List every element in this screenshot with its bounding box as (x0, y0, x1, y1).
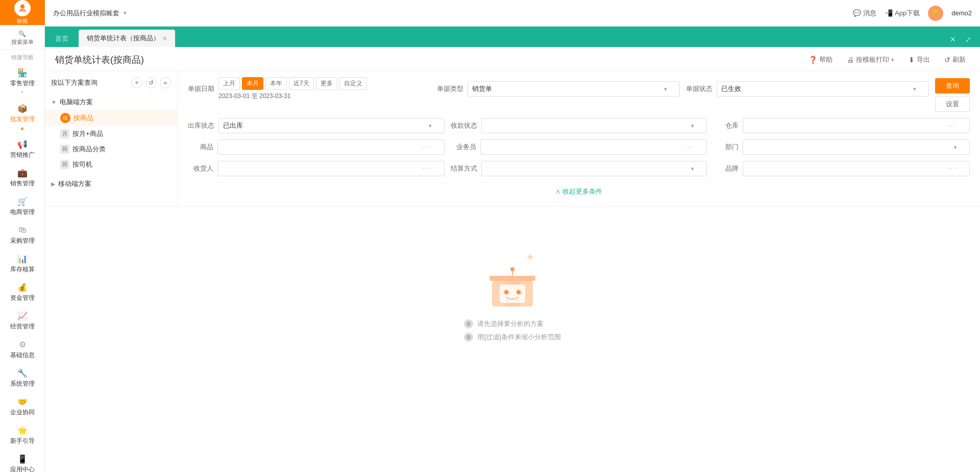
export-btn[interactable]: ⬇ 导出 (904, 53, 934, 66)
close-window-btn[interactable]: ✕ (947, 34, 959, 45)
username: demo2 (951, 9, 972, 17)
date-btn-custom[interactable]: 自定义 (339, 77, 367, 90)
receiver-dots-icon[interactable]: ··· (422, 164, 431, 173)
date-btn-this-month[interactable]: 本月 (242, 77, 263, 90)
app-logo-text: 标账 (17, 17, 28, 25)
help-btn[interactable]: ❓ 帮助 (804, 53, 837, 66)
search-menu[interactable]: 🔍 搜索菜单 (0, 25, 44, 50)
sidebar-item-marketing[interactable]: 📢 营销推广 (0, 135, 44, 163)
sidebar-item-system[interactable]: 🔧 系统管理 (0, 364, 44, 392)
filter-settlement-value (486, 164, 493, 173)
filter-salesperson-select[interactable]: ··· (480, 139, 707, 155)
filter-goods-select[interactable]: ··· (217, 139, 445, 155)
print-btn[interactable]: 🖨 按模板打印 ▾ (843, 53, 898, 66)
filter-warehouse-field: 仓库 ··· (713, 118, 970, 133)
collapse-icon: « (164, 79, 167, 86)
filter-salesperson-label: 业务员 (451, 143, 476, 152)
filter-department-select[interactable]: ▾ (743, 139, 970, 155)
filter-brand-select[interactable]: ··· (743, 161, 970, 176)
filter-warehouse-value (747, 121, 754, 130)
svg-rect-4 (489, 276, 535, 281)
filter-warehouse-wrap: ··· (743, 118, 970, 133)
date-btn-last-month[interactable]: 上月 (218, 77, 240, 90)
refresh-label: 刷新 (952, 55, 966, 64)
print-icon: 🖨 (847, 56, 854, 64)
collapse-panel-btn[interactable]: « (160, 77, 171, 88)
logo-icon (14, 0, 31, 16)
filter-brand-wrap: ··· (743, 161, 970, 176)
empty-line-2: ② 用[过滤]条件来缩小分析范围 (464, 333, 560, 342)
sidebar-item-purchase[interactable]: 🛍 采购管理 (0, 221, 44, 249)
sidebar-item-finance[interactable]: 💰 资金管理 (0, 278, 44, 306)
industry-dropdown-arrow[interactable]: ▾ (124, 10, 127, 16)
tab-close-btn[interactable]: × (163, 34, 167, 42)
wholesale-arrow: ▲ (20, 125, 25, 131)
filter-payment-value (486, 121, 493, 130)
department-arrow-icon: ▾ (954, 144, 957, 151)
sidebar-item-label-retail: 零售管理 (10, 79, 35, 88)
sidebar-item-sales[interactable]: 💼 销售管理 (0, 163, 44, 192)
scheme-by-driver[interactable]: 回 按司机 (45, 157, 177, 172)
scheme-by-month-goods[interactable]: 月 按月+商品 (45, 126, 177, 141)
by-month-goods-icon: 月 (60, 129, 69, 138)
filter-outstatus-wrap: 已出库 ▾ (218, 118, 445, 133)
sidebar-item-inventory[interactable]: 📊 库存核算 (0, 249, 44, 278)
empty-line-1: ① 请先选择要分析的方案 (464, 319, 544, 328)
header-right: 💬 消息 📲 App下载 😊 demo2 (853, 6, 972, 21)
add-scheme-btn[interactable]: + (131, 77, 142, 88)
sidebar-item-operations[interactable]: 📈 经营管理 (0, 306, 44, 335)
filter-payment-field: 收款状态 ▾ (451, 118, 707, 133)
sidebar-item-newbie[interactable]: 🌟 新手引导 (0, 421, 44, 450)
filter-outstatus-select[interactable]: 已出库 ▾ (218, 118, 445, 133)
query-btn[interactable]: 查询 (935, 78, 970, 93)
date-btn-this-year[interactable]: 本年 (265, 77, 287, 90)
filter-doctype-select[interactable]: 销货单 ▾ (468, 81, 680, 97)
settings-btn[interactable]: 设置 (935, 97, 970, 112)
message-btn[interactable]: 💬 消息 (853, 9, 876, 18)
filter-row-3: 商品 ··· 业务员 (188, 139, 970, 155)
filter-settlement-select[interactable]: ▾ (481, 161, 707, 176)
filter-payment-select[interactable]: ▾ (481, 118, 707, 133)
left-panel-actions: + ↺ « (131, 77, 171, 88)
app-download-btn[interactable]: 📲 App下载 (885, 9, 920, 18)
maximize-window-btn[interactable]: ⤢ (963, 34, 974, 45)
tab-current[interactable]: 销货单统计表（按商品） × (79, 30, 175, 47)
sidebar-item-ecommerce[interactable]: 🛒 电商管理 (0, 192, 44, 221)
filter-doctype-label: 单据类型 (437, 84, 463, 93)
filter-collapse-btn[interactable]: ∧ 收起更多条件 (188, 182, 970, 200)
desktop-scheme-parent[interactable]: ▼ 电脑端方案 (45, 95, 177, 110)
salesperson-dots-icon[interactable]: ··· (684, 143, 694, 152)
filter-outstatus-label: 出库状态 (188, 121, 214, 130)
page-title: 销货单统计表(按商品) (55, 54, 144, 66)
filter-outstatus-field: 出库状态 已出库 ▾ (188, 118, 445, 133)
sidebar-item-enterprise[interactable]: 🤝 企业协同 (0, 392, 44, 421)
filter-docstatus-select[interactable]: 已生效 ▾ (717, 81, 929, 97)
goods-dots-icon[interactable]: ··· (422, 143, 431, 152)
mobile-scheme-parent[interactable]: ▶ 移动端方案 (45, 176, 177, 192)
date-btn-more[interactable]: 更多 (316, 77, 337, 90)
date-btn-last-7[interactable]: 近7天 (289, 77, 314, 90)
filter-warehouse-select[interactable]: ··· (743, 118, 970, 133)
user-avatar[interactable]: 😊 (928, 6, 943, 21)
refresh-btn[interactable]: ↺ 刷新 (940, 53, 970, 66)
by-goods-cat-icon: 回 (60, 145, 69, 154)
filter-goods-wrap: ··· (217, 139, 445, 155)
warehouse-dots-icon[interactable]: ··· (947, 121, 957, 130)
sidebar-item-wholesale[interactable]: 📦 批发管理 ▲ (0, 99, 44, 135)
sidebar-item-app-center[interactable]: 📱 应用中心 (0, 450, 44, 472)
print-dropdown-arrow[interactable]: ▾ (891, 57, 894, 63)
scheme-by-goods-category[interactable]: 回 按商品分类 (45, 141, 177, 157)
filter-goods-field: 商品 ··· (188, 139, 445, 155)
page-actions: ❓ 帮助 🖨 按模板打印 ▾ ⬇ 导出 ↺ 刷新 (804, 53, 970, 66)
filter-receiver-field: 收货人 ··· (188, 161, 445, 176)
sidebar-item-retail[interactable]: 🏪 零售管理 ▾ (0, 63, 44, 99)
tab-home[interactable]: 首页 (47, 31, 77, 47)
scheme-by-goods[interactable]: 按 按商品 (45, 110, 177, 126)
refresh-scheme-btn[interactable]: ↺ (145, 77, 157, 88)
filter-date-label: 单据日期 (188, 84, 214, 93)
operations-icon: 📈 (17, 311, 28, 321)
filter-receiver-select[interactable]: ··· (217, 161, 445, 176)
brand-dots-icon[interactable]: ··· (947, 164, 957, 173)
retail-icon: 🏪 (17, 67, 28, 78)
sidebar-item-basic[interactable]: ⚙ 基础信息 (0, 335, 44, 364)
